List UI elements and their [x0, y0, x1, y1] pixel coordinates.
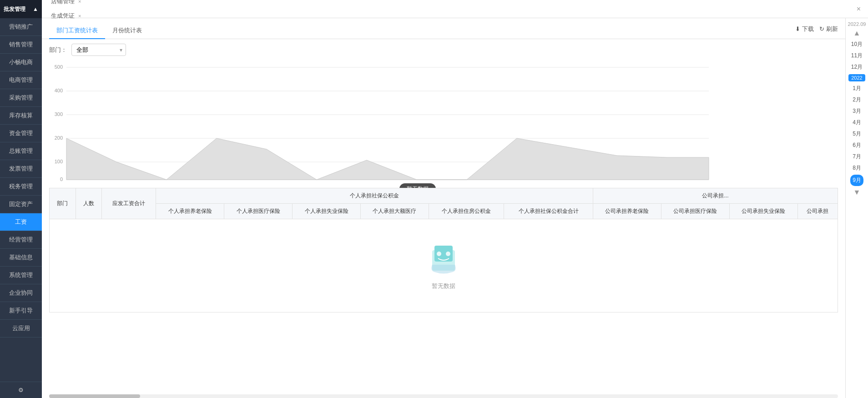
department-filter-label: 部门：: [49, 46, 67, 54]
settings-icon: ⚙: [18, 387, 24, 393]
table-body: 暂无数据: [50, 219, 838, 312]
sidebar-header[interactable]: 批发管理 ▲: [0, 0, 42, 18]
empty-icon: [425, 241, 462, 277]
subtabs-actions: ⬇ 下载 ↻ 刷新: [795, 25, 838, 37]
filter-bar: 部门： 全部: [42, 39, 845, 60]
timeline-items: 10月11月12月20221月2月3月4月5月6月7月8月9月: [848, 39, 865, 187]
sidebar-item-企业协同[interactable]: 企业协同: [0, 284, 42, 302]
page: 部门工资统计表月份统计表 ⬇ 下载 ↻ 刷新 部门： 全: [42, 18, 845, 398]
download-button[interactable]: ⬇ 下载: [795, 25, 814, 33]
timeline-down-nav[interactable]: ▼: [852, 187, 862, 198]
sidebar-item-小畅电商[interactable]: 小畅电商: [0, 54, 42, 71]
download-label: 下载: [802, 25, 814, 33]
y-label-300: 300: [55, 111, 63, 117]
col-header-个人承担住房公积金: 个人承担住房公积金: [429, 204, 504, 219]
empty-state: 暂无数据: [54, 223, 833, 308]
y-label-400: 400: [55, 88, 63, 93]
refresh-icon: ↻: [819, 25, 824, 32]
col-header-个人承担养老保险: 个人承担养老保险: [156, 204, 224, 219]
timeline-item-10月[interactable]: 10月: [848, 39, 865, 50]
timeline-item-8月[interactable]: 8月: [848, 162, 865, 174]
sidebar-item-资金管理[interactable]: 资金管理: [0, 125, 42, 142]
refresh-button[interactable]: ↻ 刷新: [819, 25, 838, 33]
svg-point-3: [446, 252, 450, 256]
tab-店铺管理[interactable]: 店铺管理×: [45, 0, 106, 9]
timeline-up-nav[interactable]: ▲: [852, 28, 862, 39]
sidebar-item-固定资产[interactable]: 固定资产: [0, 196, 42, 213]
col-header-dept: 部门: [50, 188, 76, 219]
col-header-个人承担社保公积金合计: 个人承担社保公积金合计: [504, 204, 593, 219]
subtab-部门工资统计表[interactable]: 部门工资统计表: [49, 23, 105, 39]
sidebar-item-经营管理[interactable]: 经营管理: [0, 231, 42, 249]
timeline-panel: 2022.09 ▲ 10月11月12月20221月2月3月4月5月6月7月8月9…: [845, 18, 868, 398]
subtabs-bar: 部门工资统计表月份统计表 ⬇ 下载 ↻ 刷新: [42, 18, 845, 39]
y-label-0: 0: [60, 176, 63, 182]
refresh-label: 刷新: [826, 25, 838, 33]
subtabs-left: 部门工资统计表月份统计表: [49, 23, 149, 39]
chart-area-polygon: [66, 138, 709, 180]
sidebar-item-营销推广[interactable]: 营销推广: [0, 18, 42, 36]
timeline-item-9月[interactable]: 9月: [850, 175, 863, 186]
timeline-item-4月[interactable]: 4月: [848, 117, 865, 128]
subtab-月份统计表[interactable]: 月份统计表: [105, 23, 149, 39]
timeline-item-7月[interactable]: 7月: [848, 151, 865, 162]
timeline-date-label: 2022.09: [847, 20, 867, 28]
sidebar-collapse-icon[interactable]: ▲: [33, 6, 38, 12]
sidebar-item-总账管理[interactable]: 总账管理: [0, 142, 42, 160]
sidebar-items: 营销推广销售管理小畅电商电商管理采购管理库存核算资金管理总账管理发票管理税务管理…: [0, 18, 42, 338]
y-label-500: 500: [55, 64, 63, 70]
timeline-item-1月[interactable]: 1月: [848, 83, 865, 94]
table-scrollbar[interactable]: [49, 394, 838, 398]
download-icon: ⬇: [795, 25, 800, 32]
col-header-total-salary: 应发工资合计: [102, 188, 156, 219]
y-label-200: 200: [55, 135, 63, 141]
department-select[interactable]: 全部: [71, 44, 126, 56]
sidebar: 批发管理 ▲ 营销推广销售管理小畅电商电商管理采购管理库存核算资金管理总账管理发…: [0, 0, 42, 398]
tab-close-icon[interactable]: ×: [77, 0, 82, 5]
table-scrollbar-thumb[interactable]: [49, 394, 140, 398]
sidebar-item-采购管理[interactable]: 采购管理: [0, 89, 42, 107]
y-label-100: 100: [55, 159, 63, 164]
col-header-count: 人数: [76, 188, 102, 219]
timeline-item-3月[interactable]: 3月: [848, 106, 865, 117]
sidebar-item-税务管理[interactable]: 税务管理: [0, 178, 42, 196]
sidebar-item-销售管理[interactable]: 销售管理: [0, 36, 42, 54]
svg-point-2: [437, 252, 441, 256]
timeline-item-2月[interactable]: 2月: [848, 94, 865, 106]
col-header-个人承担失业保险: 个人承担失业保险: [293, 204, 361, 219]
sidebar-item-基础信息[interactable]: 基础信息: [0, 249, 42, 267]
empty-state-cell: 暂无数据: [50, 219, 838, 312]
sidebar-item-电商管理[interactable]: 电商管理: [0, 71, 42, 89]
tabbar: 首页门店商品目录×销售单×店铺管理×生成凭证×应收应付调整单×工资表×工资统计报…: [42, 0, 868, 18]
timeline-item-2022[interactable]: 2022: [848, 74, 865, 81]
sidebar-item-工资[interactable]: 工资: [0, 213, 42, 231]
close-all-tabs-button[interactable]: ×: [853, 3, 864, 15]
main-content: 首页门店商品目录×销售单×店铺管理×生成凭证×应收应付调整单×工资表×工资统计报…: [42, 0, 868, 398]
timeline-item-11月[interactable]: 11月: [848, 50, 865, 61]
chart-area: 500 400 300 200 100 0: [42, 60, 845, 188]
sidebar-header-label: 批发管理: [4, 5, 25, 13]
sidebar-item-新手引导[interactable]: 新手引导: [0, 302, 42, 320]
col-header-公司承担养老保险: 公司承担养老保险: [593, 204, 661, 219]
sidebar-item-发票管理[interactable]: 发票管理: [0, 160, 42, 178]
col-header-个人承担大额医疗: 个人承担大额医疗: [360, 204, 429, 219]
timeline-item-12月[interactable]: 12月: [848, 61, 865, 73]
sidebar-item-云应用[interactable]: 云应用: [0, 320, 42, 338]
timeline-item-5月[interactable]: 5月: [848, 128, 865, 140]
col-header-个人承担医疗保险: 个人承担医疗保险: [224, 204, 293, 219]
tab-label: 店铺管理: [51, 0, 75, 5]
data-table: 部门 人数 应发工资合计 个人承担社保公积金 公司承担... 个人承担养老保险个…: [49, 188, 838, 312]
table-wrapper: 部门 人数 应发工资合计 个人承担社保公积金 公司承担... 个人承担养老保险个…: [42, 188, 845, 394]
col-header-公司承担医疗保险: 公司承担医疗保险: [661, 204, 729, 219]
sidebar-item-库存核算[interactable]: 库存核算: [0, 107, 42, 125]
sidebar-item-系统管理[interactable]: 系统管理: [0, 267, 42, 284]
department-select-wrapper: 全部: [71, 44, 126, 56]
col-header-公司承担失业保险: 公司承担失业保险: [729, 204, 797, 219]
table-subheader-row: 个人承担养老保险个人承担医疗保险个人承担失业保险个人承担大额医疗个人承担住房公积…: [50, 204, 838, 219]
timeline-item-6月[interactable]: 6月: [848, 140, 865, 151]
sidebar-footer[interactable]: ⚙: [0, 382, 42, 398]
col-group-company: 公司承担...: [593, 188, 838, 204]
content-area: 部门工资统计表月份统计表 ⬇ 下载 ↻ 刷新 部门： 全: [42, 18, 868, 398]
col-group-personal: 个人承担社保公积金: [156, 188, 593, 204]
col-header-公司承担: 公司承担: [797, 204, 838, 219]
